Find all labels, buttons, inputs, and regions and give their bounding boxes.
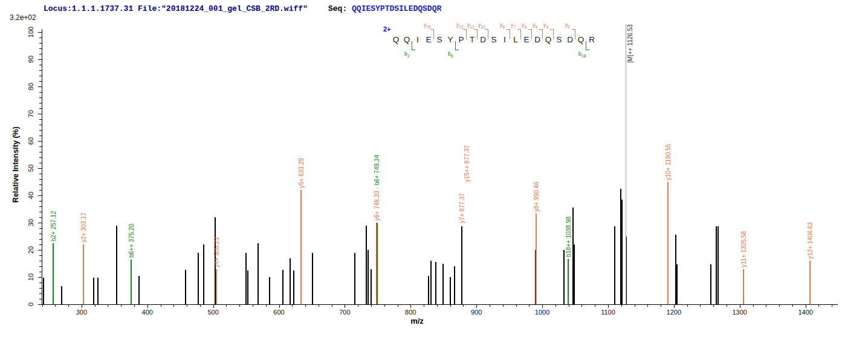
- x-minor-tick: [700, 304, 701, 307]
- y-minor-tick: [39, 244, 42, 245]
- spectrum-peak: [93, 278, 94, 304]
- spectrum-peak: [430, 261, 432, 304]
- y-ion-marker: [550, 29, 554, 39]
- spectrum-peak: [247, 270, 248, 304]
- y-minor-tick: [39, 54, 42, 54]
- y-ion-line: [300, 190, 302, 304]
- x-major-tick: [410, 304, 411, 308]
- y-minor-tick: [39, 48, 42, 49]
- x-minor-tick: [687, 304, 688, 307]
- x-tick-label: 400: [135, 309, 160, 316]
- y-ion-line: [536, 214, 537, 304]
- fragment-ion-label: b2+ 257.12: [51, 211, 57, 241]
- b-ion-line: [377, 223, 378, 304]
- spectrum-peak: [435, 262, 436, 304]
- y-minor-tick: [39, 92, 42, 93]
- spectrum-peak: [717, 226, 719, 304]
- y-ion-line: [83, 244, 84, 304]
- spectrum-peak: [461, 226, 462, 304]
- x-tick-label: 300: [70, 309, 94, 316]
- fragment-ion-label: y7+ 877.37: [459, 194, 465, 224]
- x-major-tick: [345, 304, 345, 308]
- y-ion-marker-label: y7: [511, 22, 516, 29]
- y-minor-tick: [39, 146, 42, 147]
- x-tick-label: 900: [464, 309, 488, 316]
- fragment-label-part: y12+ 1406.63: [807, 222, 814, 259]
- fragment-label-part: y4+ 505.23: [213, 237, 220, 267]
- y-ion-marker: [507, 29, 510, 39]
- y-minor-tick: [39, 234, 42, 234]
- spectrum-peak: [312, 253, 313, 305]
- y-major-tick: [38, 32, 42, 33]
- y-major-tick: [38, 141, 42, 142]
- x-minor-tick: [595, 304, 595, 307]
- b-ion-marker: [455, 41, 459, 50]
- x-axis-title: m/z: [357, 316, 478, 325]
- x-minor-tick: [490, 304, 490, 307]
- residue-letter: S: [488, 35, 499, 44]
- y-tick-label: 90: [27, 50, 34, 68]
- fragment-ion-label: y5+ 633.29: [299, 158, 305, 188]
- fragment-label-part: b6++ 375.20: [128, 224, 135, 258]
- seq-value: QQIESYPTDSILEDQSDQR: [352, 4, 441, 13]
- y-major-tick: [38, 223, 42, 223]
- x-minor-tick: [635, 304, 635, 307]
- spectrum-peak: [354, 253, 355, 305]
- x-tick-label: 1200: [662, 309, 686, 316]
- x-major-tick: [740, 304, 740, 308]
- x-minor-tick: [647, 304, 648, 307]
- x-tick-label: 1400: [794, 309, 818, 316]
- y-minor-tick: [39, 212, 42, 212]
- spectrum-peak: [116, 226, 117, 305]
- spectrum-viewer: Locus:1.1.1.1737.31 File:"20181224_001_g…: [0, 0, 868, 340]
- y-minor-tick: [39, 174, 42, 174]
- spectrum-peak: [185, 270, 186, 304]
- residue-letter: Q: [575, 35, 586, 44]
- b-ion-line: [568, 259, 569, 304]
- fragment-label-part: y8+ 990.46: [533, 181, 540, 212]
- spectrum-peak: [442, 264, 444, 305]
- y-minor-tick: [39, 163, 42, 163]
- x-minor-tick: [371, 304, 372, 307]
- x-minor-tick: [555, 304, 556, 307]
- y-minor-tick: [39, 125, 42, 125]
- spectrum-peak: [563, 250, 565, 304]
- residue-letter: Q: [401, 35, 412, 44]
- spectrum-peak: [716, 226, 717, 304]
- y-minor-tick: [39, 43, 42, 44]
- y-minor-tick: [39, 255, 42, 256]
- x-major-tick: [279, 304, 280, 308]
- x-major-tick: [476, 304, 477, 308]
- y-minor-tick: [39, 217, 42, 218]
- b-ion-marker: [412, 41, 415, 50]
- y-ion-marker-label: y5: [533, 22, 537, 29]
- y-major-tick: [38, 87, 42, 87]
- y-ion-marker-label: y12: [456, 22, 464, 29]
- b-ion-marker: [586, 41, 589, 50]
- x-major-tick: [147, 304, 148, 308]
- x-minor-tick: [332, 304, 332, 307]
- y-ion-marker-label: y4: [543, 22, 548, 29]
- y-major-tick: [38, 114, 42, 114]
- y-minor-tick: [39, 136, 42, 136]
- fragment-label-part: y2+ 303.17: [80, 212, 87, 243]
- x-minor-tick: [134, 304, 135, 307]
- precursor-charge-label: 2+: [383, 25, 391, 33]
- fragment-label-part: -: [374, 185, 380, 191]
- x-minor-tick: [437, 304, 438, 307]
- x-minor-tick: [516, 304, 517, 307]
- y-tick-label: 80: [27, 77, 34, 96]
- y-minor-tick: [39, 38, 42, 38]
- precursor-mass-label: [M]++ 1126.53: [627, 24, 633, 63]
- x-minor-tick: [200, 304, 201, 307]
- residue-letter: Y: [445, 35, 456, 44]
- x-minor-tick: [226, 304, 227, 307]
- x-minor-tick: [42, 304, 43, 307]
- y-minor-tick: [39, 152, 42, 152]
- x-minor-tick: [239, 304, 240, 307]
- y-minor-tick: [39, 206, 42, 207]
- x-minor-tick: [713, 304, 714, 307]
- y-minor-tick: [39, 65, 42, 65]
- x-minor-tick: [95, 304, 96, 307]
- spectrum-peak: [198, 253, 199, 305]
